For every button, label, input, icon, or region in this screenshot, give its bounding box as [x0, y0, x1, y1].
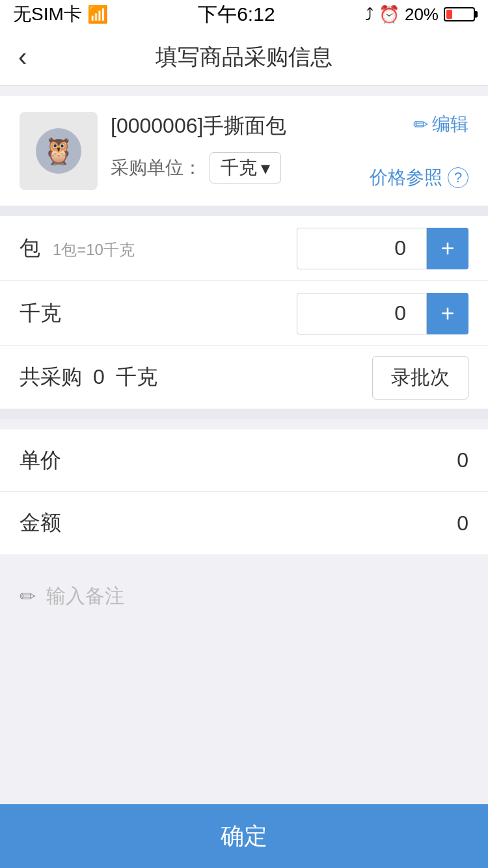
status-bar: 无SIM卡 📶 下午6:12 ⤴ ⏰ 20%: [0, 0, 488, 29]
quantity-input-section: 包 1包=10千克 + 千克 +: [0, 216, 488, 346]
confirm-button-label: 确定: [221, 821, 267, 852]
edit-icon: ✏: [413, 114, 428, 135]
summary-text: 共采购 0 千克: [20, 363, 372, 392]
nav-bar: ‹ 填写商品采购信息: [0, 29, 488, 86]
price-section: 单价 0 金额 0: [0, 429, 488, 554]
unit-value: 千克: [221, 156, 257, 180]
confirm-button-bar[interactable]: 确定: [0, 804, 488, 868]
battery-percent: 20%: [405, 5, 439, 25]
bao-label: 包 1包=10千克: [20, 234, 297, 263]
help-icon: ?: [448, 167, 468, 188]
product-card: 🦉 [0000006]手撕面包 采购单位： 千克 ▾ ✏ 编辑 价格参照 ?: [0, 96, 488, 206]
amount-value: 0: [457, 511, 468, 536]
kg-input[interactable]: [297, 293, 427, 334]
kg-input-row: 千克 +: [0, 281, 488, 346]
back-button[interactable]: ‹: [18, 42, 27, 72]
kg-label: 千克: [20, 299, 297, 328]
edit-label: 编辑: [432, 112, 468, 137]
summary-row: 共采购 0 千克 录批次: [0, 346, 488, 409]
owl-icon: 🦉: [42, 136, 75, 167]
carrier-text: 无SIM卡: [13, 2, 82, 27]
product-image: 🦉: [20, 112, 98, 190]
summary-unit: 千克: [116, 365, 157, 388]
bao-input-wrapper: +: [297, 228, 468, 269]
bao-sub-label: 1包=10千克: [53, 241, 135, 258]
pencil-icon: ✏: [20, 585, 36, 608]
section-divider-2: [0, 409, 488, 419]
page-title: 填写商品采购信息: [156, 42, 332, 72]
wifi-icon: 📶: [87, 5, 108, 25]
product-logo: 🦉: [36, 128, 81, 174]
price-ref-label: 价格参照: [370, 165, 442, 190]
unit-select[interactable]: 千克 ▾: [210, 152, 281, 183]
bao-input-row: 包 1包=10千克 +: [0, 216, 488, 281]
battery-icon: [444, 7, 475, 21]
status-left: 无SIM卡 📶: [13, 2, 108, 27]
unit-label: 采购单位：: [111, 156, 202, 180]
bao-plus-button[interactable]: +: [427, 228, 468, 269]
kg-plus-button[interactable]: +: [427, 293, 468, 334]
note-section[interactable]: ✏ 输入备注: [0, 565, 488, 628]
unit-price-value: 0: [457, 448, 468, 472]
note-placeholder: 输入备注: [46, 583, 124, 610]
location-icon: ⤴: [365, 5, 373, 25]
summary-prefix: 共采购: [20, 365, 82, 388]
edit-button[interactable]: ✏ 编辑: [413, 112, 468, 137]
section-divider-1: [0, 206, 488, 216]
chevron-down-icon: ▾: [261, 157, 270, 179]
unit-price-row: 单价 0: [0, 429, 488, 492]
status-time: 下午6:12: [198, 1, 275, 28]
alarm-icon: ⏰: [379, 5, 400, 25]
amount-label: 金额: [20, 509, 457, 537]
bao-input[interactable]: [297, 228, 427, 269]
unit-price-label: 单价: [20, 446, 457, 475]
price-ref-button[interactable]: 价格参照 ?: [370, 165, 468, 190]
amount-row: 金额 0: [0, 492, 488, 554]
batch-button[interactable]: 录批次: [372, 356, 468, 400]
status-right: ⤴ ⏰ 20%: [365, 5, 475, 25]
kg-input-wrapper: +: [297, 293, 468, 334]
summary-amount: 0: [93, 365, 105, 388]
